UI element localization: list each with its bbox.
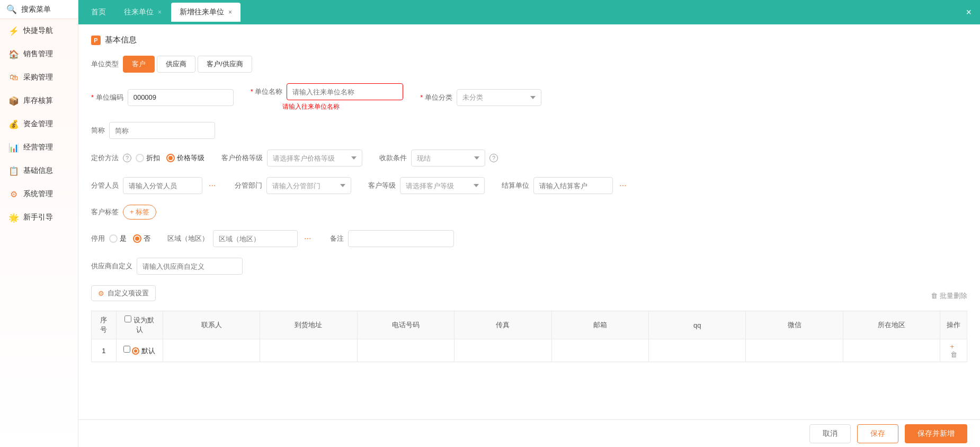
unit-category-select[interactable]: 未分类 (457, 89, 541, 106)
payment-help-icon[interactable]: ? (489, 154, 498, 162)
settlement-dots-btn[interactable]: ··· (617, 181, 628, 190)
disabled-radio-group: 是 否 (109, 234, 150, 243)
customer-level-group: 客户等级 请选择客户等级 (368, 177, 485, 194)
tab-bar: 首页 往来单位 × 新增往来单位 × × (78, 0, 980, 24)
unit-btn-supplier[interactable]: 供应商 (157, 56, 195, 73)
supplier-custom-input[interactable] (137, 258, 243, 275)
disabled-group: 停用 是 否 (91, 234, 150, 243)
manager-dots-btn[interactable]: ··· (207, 181, 218, 190)
unit-code-input[interactable] (128, 89, 234, 106)
tab-counterparty[interactable]: 往来单位 × (115, 3, 170, 22)
row-checkbox[interactable] (123, 346, 130, 353)
unit-type-group: 单位类型 客户 供应商 客户/供应商 (91, 56, 252, 73)
custom-settings-label: 自定义项设置 (108, 288, 149, 298)
region-input[interactable] (213, 230, 298, 247)
row-address[interactable] (260, 339, 357, 362)
row-email-input[interactable] (557, 347, 643, 355)
tab-new-counterparty[interactable]: 新增往来单位 × (171, 3, 240, 22)
unit-category-label: 单位分类 (420, 93, 452, 102)
window-close-icon[interactable]: × (961, 7, 976, 18)
remark-group: 备注 (330, 230, 454, 247)
manager-input[interactable] (123, 177, 202, 194)
gear-icon: ⚙ (98, 290, 104, 297)
region-dots-btn[interactable]: ··· (302, 234, 313, 243)
short-name-input[interactable] (109, 122, 215, 139)
purchase-icon: 🛍 (8, 72, 19, 83)
row-fax[interactable] (455, 339, 551, 362)
customer-level-select[interactable]: 请选择客户等级 (400, 177, 485, 194)
supplier-custom-label: 供应商自定义 (91, 261, 132, 271)
row-region[interactable] (843, 339, 940, 362)
short-name-row: 简称 (91, 122, 967, 139)
unit-type-buttons: 客户 供应商 客户/供应商 (123, 56, 252, 73)
row-address-input[interactable] (265, 347, 351, 355)
table-body: 1 默认 (92, 339, 967, 362)
add-tag-btn[interactable]: + 标签 (123, 205, 156, 220)
row-fax-input[interactable] (460, 347, 546, 355)
row-delete-btn[interactable]: 🗑 (950, 350, 957, 358)
save-button[interactable]: 保存 (857, 424, 898, 443)
unit-code-group: 单位编码 (91, 89, 234, 106)
customer-price-level-select[interactable]: 请选择客户价格等级 (267, 150, 362, 166)
sidebar-item-sales[interactable]: 🏠 销售管理 (0, 42, 78, 66)
radio-price-level[interactable]: 价格等级 (166, 153, 204, 163)
settlement-unit-input[interactable] (533, 177, 613, 194)
row-contact-input[interactable] (168, 347, 254, 355)
sales-icon: 🏠 (8, 49, 19, 59)
radio-discount-label: 折扣 (146, 153, 160, 163)
table-header: 序号 设为默认 联系人 到货地址 电话号码 传真 邮箱 qq 微信 所在地区 操… (92, 311, 967, 339)
row-contact[interactable] (163, 339, 260, 362)
tab-home[interactable]: 首页 (83, 3, 114, 22)
cancel-button[interactable]: 取消 (809, 424, 851, 443)
row-qq[interactable] (648, 339, 745, 362)
radio-disabled-no[interactable]: 否 (133, 234, 150, 243)
custom-settings-btn[interactable]: ⚙ 自定义项设置 (91, 285, 156, 301)
tab-counterparty-close[interactable]: × (158, 8, 162, 16)
table-section: ⚙ 自定义项设置 🗑 批量删除 序号 设为默认 联系人 到货地址 电话号码 (91, 285, 967, 362)
sidebar-label-operation: 经营管理 (23, 143, 53, 152)
inventory-icon: 📦 (8, 95, 19, 106)
unit-btn-both[interactable]: 客户/供应商 (198, 56, 252, 73)
pricing-help-icon[interactable]: ? (123, 154, 131, 162)
tab-new-counterparty-close[interactable]: × (228, 8, 232, 16)
select-all-checkbox[interactable] (124, 315, 131, 322)
sidebar-item-finance[interactable]: 💰 资金管理 (0, 112, 78, 136)
row-add-btn[interactable]: + (950, 343, 954, 350)
row-email[interactable] (551, 339, 648, 362)
save-and-new-button[interactable]: 保存并新增 (905, 424, 967, 443)
sidebar-item-inventory[interactable]: 📦 库存核算 (0, 89, 78, 112)
col-wechat: 微信 (746, 311, 843, 339)
customer-tag-label: 客户标签 (91, 207, 119, 217)
row-wechat-input[interactable] (751, 347, 837, 355)
row-phone-input[interactable] (363, 347, 449, 355)
sidebar-item-purchase[interactable]: 🛍 采购管理 (0, 66, 78, 89)
search-menu-item[interactable]: 🔍 搜索菜单 (0, 0, 78, 19)
col-contact: 联系人 (163, 311, 260, 339)
row-default: 默认 (116, 339, 163, 362)
department-select[interactable]: 请输入分管部门 (266, 177, 351, 194)
col-region: 所在地区 (843, 311, 940, 339)
sidebar-item-quick-nav[interactable]: ⚡ 快捷导航 (0, 19, 78, 42)
sidebar-item-system[interactable]: ⚙ 系统管理 (0, 182, 78, 206)
unit-name-input[interactable] (287, 83, 403, 100)
row-region-input[interactable] (849, 347, 934, 355)
sidebar-item-guide[interactable]: 🌟 新手引导 (0, 206, 78, 229)
sidebar-item-operation[interactable]: 📊 经营管理 (0, 136, 78, 159)
radio-disabled-yes[interactable]: 是 (109, 234, 127, 243)
row-default-radio[interactable]: 默认 (132, 346, 155, 356)
sidebar-item-base[interactable]: 📋 基础信息 (0, 159, 78, 182)
row-qq-input[interactable] (654, 347, 740, 355)
batch-delete-btn[interactable]: 🗑 批量删除 (931, 291, 967, 301)
radio-discount[interactable]: 折扣 (136, 153, 160, 163)
unit-btn-customer[interactable]: 客户 (123, 56, 155, 73)
sidebar-label-purchase: 采购管理 (23, 73, 53, 82)
row-wechat[interactable] (746, 339, 843, 362)
search-menu-label: 搜索菜单 (21, 5, 51, 14)
remark-label: 备注 (330, 234, 344, 243)
payment-terms-select[interactable]: 现结 (411, 150, 485, 166)
row-phone[interactable] (357, 339, 454, 362)
pricing-method-label: 定价方法 (91, 153, 119, 163)
col-email: 邮箱 (551, 311, 648, 339)
unit-name-error: 请输入往来单位名称 (282, 102, 404, 111)
remark-input[interactable] (348, 230, 454, 247)
